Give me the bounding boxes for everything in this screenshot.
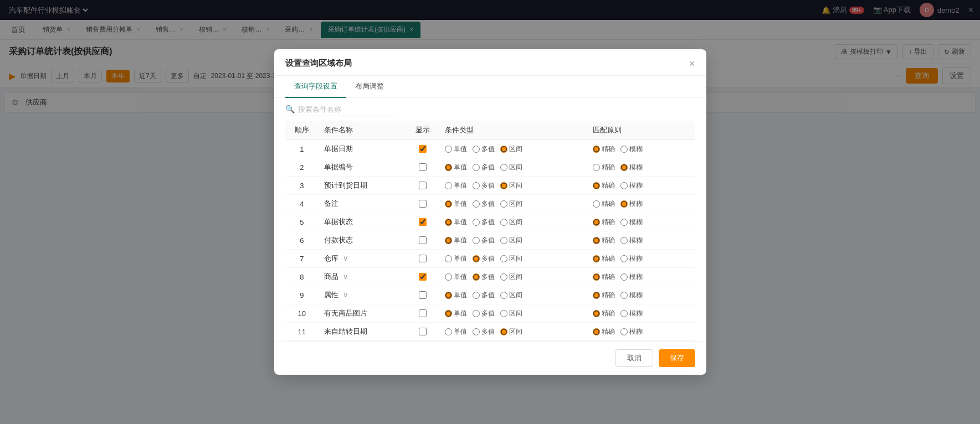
- search-icon: 🔍: [285, 105, 295, 113]
- settings-dialog: 设置查询区域布局 × 查询字段设置 布局调整 🔍 顺序: [274, 49, 706, 117]
- dialog-tabs: 查询字段设置 布局调整: [274, 76, 706, 98]
- dialog-search-area: 🔍: [274, 98, 706, 117]
- dialog-close-button[interactable]: ×: [689, 59, 695, 69]
- modal-overlay: 设置查询区域布局 × 查询字段设置 布局调整 🔍 顺序: [0, 0, 980, 117]
- dialog-header: 设置查询区域布局 ×: [274, 49, 706, 76]
- dialog-title: 设置查询区域布局: [285, 58, 352, 69]
- tab-field-settings[interactable]: 查询字段设置: [285, 76, 346, 98]
- search-wrapper: 🔍: [285, 105, 396, 116]
- tab-layout-adjust[interactable]: 布局调整: [346, 76, 393, 98]
- search-input[interactable]: [298, 105, 387, 113]
